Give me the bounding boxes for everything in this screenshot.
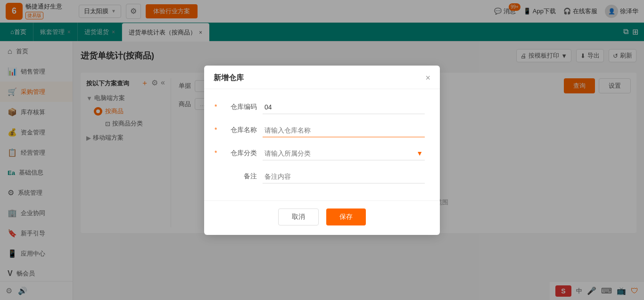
category-input[interactable] <box>264 150 416 157</box>
name-input[interactable] <box>263 124 425 137</box>
category-label: 仓库分类 <box>219 149 257 158</box>
dialog-close-button[interactable]: × <box>425 73 430 83</box>
dialog-header: 新增仓库 × <box>204 66 440 89</box>
dialog-body: 仓库编码 仓库名称 仓库分类 ▼ 备注 <box>204 89 440 200</box>
warehouse-note-row: 备注 <box>219 170 425 183</box>
dialog-footer: 取消 保存 <box>204 200 440 235</box>
warehouse-category-row: 仓库分类 ▼ <box>219 147 425 160</box>
code-label: 仓库编码 <box>219 103 257 111</box>
note-input[interactable] <box>263 170 425 183</box>
category-select[interactable]: ▼ <box>263 147 425 160</box>
code-input[interactable] <box>263 100 425 114</box>
modal-overlay: 新增仓库 × 仓库编码 仓库名称 仓库分类 ▼ <box>0 0 644 300</box>
save-button[interactable]: 保存 <box>326 208 366 225</box>
category-dropdown-icon: ▼ <box>416 150 423 157</box>
note-label: 备注 <box>219 172 257 181</box>
cancel-button[interactable]: 取消 <box>278 208 319 225</box>
dialog-title: 新增仓库 <box>214 73 244 83</box>
warehouse-code-row: 仓库编码 <box>219 100 425 114</box>
new-warehouse-dialog: 新增仓库 × 仓库编码 仓库名称 仓库分类 ▼ <box>204 66 440 235</box>
warehouse-name-row: 仓库名称 <box>219 124 425 137</box>
name-label: 仓库名称 <box>219 126 257 134</box>
